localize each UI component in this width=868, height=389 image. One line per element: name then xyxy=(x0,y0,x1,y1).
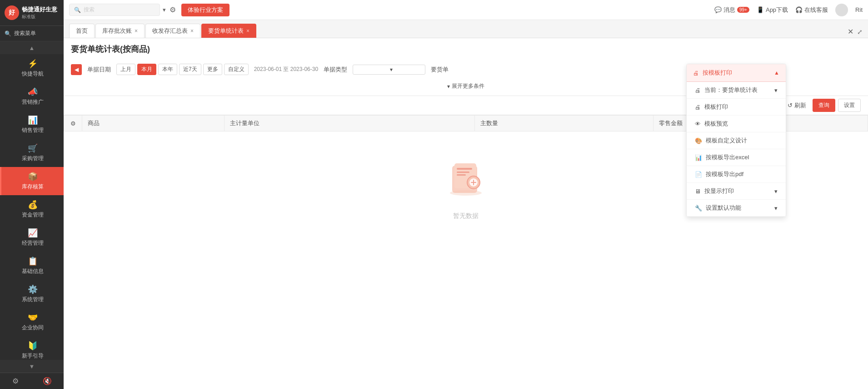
topbar-industry-btn[interactable]: 体验行业方案 xyxy=(181,4,229,16)
dropdown-export-excel[interactable]: 📊 按模板导出excel xyxy=(687,149,786,166)
app-logo-text: 畅捷通好生意 标准版 xyxy=(22,5,57,20)
sidebar-item-guide[interactable]: 🔰 新手引导 xyxy=(0,336,64,360)
display-print-label: 按显示打印 xyxy=(704,187,734,195)
topbar-username[interactable]: Rit xyxy=(855,6,863,13)
template-print-icon: 🖨 xyxy=(695,104,701,111)
tabs-close-all-btn[interactable]: ✕ xyxy=(848,27,853,36)
tabs-expand-btn[interactable]: ⤢ xyxy=(857,28,863,35)
tab-order-stats-close[interactable]: × xyxy=(246,28,249,34)
set-default-label: 设置默认功能 xyxy=(706,204,741,212)
tab-home[interactable]: 首页 xyxy=(69,24,95,38)
sound-footer-btn[interactable]: 🔇 xyxy=(43,377,52,385)
refresh-btn[interactable]: ↺ 刷新 xyxy=(784,100,810,111)
col-settings[interactable]: ⚙ xyxy=(64,116,82,131)
sidebar-footer: ⚙ 🔇 xyxy=(0,373,64,389)
search-icon: 🔍 xyxy=(5,30,11,37)
finance-icon: 💰 xyxy=(28,200,38,210)
dropdown-current-label: 当前：要货单统计表 xyxy=(704,86,758,94)
template-preview-label: 模板预览 xyxy=(704,120,728,128)
topbar: 🔍 搜索 ▾ ⚙ 体验行业方案 💬 消息 99+ 📱 App下载 🎧 在线客服 … xyxy=(64,0,868,20)
sidebar-item-inventory[interactable]: 📦 库存核算 xyxy=(0,167,64,195)
date-btn-prev-month[interactable]: 上月 xyxy=(116,64,135,75)
settings-btn[interactable]: 设置 xyxy=(838,99,861,112)
headset-icon: 🎧 xyxy=(795,6,803,13)
operations-icon: 📈 xyxy=(28,228,38,238)
messages-label: 消息 xyxy=(723,6,735,14)
template-print-label: 模板打印 xyxy=(704,103,728,111)
sidebar-item-marketing[interactable]: 📣 营销推广 xyxy=(0,82,64,111)
sidebar-scroll-up[interactable]: ▲ xyxy=(0,41,64,54)
app-logo-icon: 好 xyxy=(5,5,19,20)
set-default-arrow: ▾ xyxy=(774,205,778,212)
set-default-icon: 🔧 xyxy=(695,205,702,212)
topbar-online-service[interactable]: 🎧 在线客服 xyxy=(795,6,828,14)
date-btn-last-7-days[interactable]: 近7天 xyxy=(179,64,201,75)
expand-more-btn[interactable]: ▾ 展开更多条件 xyxy=(442,81,490,92)
date-filter-label: 单据日期 xyxy=(87,66,111,74)
date-btn-this-month[interactable]: 本月 xyxy=(137,64,156,75)
app-name: 畅捷通好生意 xyxy=(22,5,57,14)
page-title: 要货单统计表(按商品) xyxy=(71,44,861,55)
dropdown-export-pdf[interactable]: 📄 按模板导出pdf xyxy=(687,166,786,183)
sidebar-item-operations[interactable]: 📈 经营管理 xyxy=(0,223,64,252)
topbar-messages[interactable]: 💬 消息 99+ xyxy=(714,6,749,14)
svg-rect-3 xyxy=(457,168,472,170)
filter-collapse-btn[interactable]: ◀ xyxy=(71,64,82,75)
date-btn-more[interactable]: 更多 xyxy=(203,64,222,75)
sidebar-search-label: 搜索菜单 xyxy=(14,30,36,37)
tab-receipt-summary-label: 收发存汇总表 xyxy=(152,27,188,35)
dropdown-template-custom[interactable]: 🎨 模板自定义设计 xyxy=(687,132,786,149)
sidebar-item-basics[interactable]: 📋 基础信息 xyxy=(0,252,64,280)
topbar-gear-icon[interactable]: ⚙ xyxy=(170,5,176,14)
sidebar-item-label: 经营管理 xyxy=(22,239,44,247)
topbar-dropdown-arrow[interactable]: ▾ xyxy=(163,6,166,13)
tab-batch-account[interactable]: 库存批次账 × xyxy=(95,24,145,38)
refresh-label: 刷新 xyxy=(794,101,806,110)
order-type-select[interactable]: ▾ xyxy=(353,65,425,75)
tab-receipt-summary-close[interactable]: × xyxy=(190,28,194,34)
topbar-search-box[interactable]: 🔍 搜索 xyxy=(69,4,160,16)
topbar-avatar[interactable] xyxy=(835,4,848,16)
dropdown-set-default[interactable]: 🔧 设置默认功能 ▾ xyxy=(687,200,786,217)
dropdown-display-print[interactable]: 🖥 按显示打印 ▾ xyxy=(687,183,786,200)
sidebar-item-label: 采购管理 xyxy=(22,155,44,162)
app-edition: 标准版 xyxy=(22,14,57,20)
dropdown-header[interactable]: 🖨 按模板打印 ▲ xyxy=(687,64,786,82)
dropdown-template-preview[interactable]: 👁 模板预览 xyxy=(687,116,786,132)
date-range-text: 2023-06-01 至 2023-06-30 xyxy=(254,66,318,73)
sidebar-search[interactable]: 🔍 搜索菜单 xyxy=(0,26,64,41)
sidebar-item-label: 快捷导航 xyxy=(22,70,44,78)
tab-home-label: 首页 xyxy=(76,27,88,35)
tab-batch-account-close[interactable]: × xyxy=(135,28,138,34)
dropdown-template-print[interactable]: 🖨 模板打印 xyxy=(687,99,786,116)
sidebar-item-quick-nav[interactable]: ⚡ 快捷导航 xyxy=(0,54,64,82)
tab-receipt-summary[interactable]: 收发存汇总表 × xyxy=(145,24,200,38)
topbar-app-download[interactable]: 📱 App下载 xyxy=(757,6,788,14)
sidebar-item-enterprise[interactable]: 🤝 企业协同 xyxy=(0,308,64,336)
dropdown-doc-icon: 🖨 xyxy=(695,87,701,94)
sidebar-item-label: 企业协同 xyxy=(22,324,44,332)
settings-label: 设置 xyxy=(844,101,855,109)
settings-footer-btn[interactable]: ⚙ xyxy=(12,377,19,385)
export-pdf-label: 按模板导出pdf xyxy=(706,170,743,178)
sidebar-item-purchase[interactable]: 🛒 采购管理 xyxy=(0,139,64,167)
date-btn-custom[interactable]: 自定义 xyxy=(224,64,249,75)
basics-icon: 📋 xyxy=(28,256,38,266)
sidebar-nav: ⚡ 快捷导航 📣 营销推广 📊 销售管理 🛒 采购管理 📦 库存核算 💰 资金管… xyxy=(0,54,64,360)
sidebar-item-system[interactable]: ⚙️ 系统管理 xyxy=(0,280,64,308)
sidebar-scroll-down[interactable]: ▼ xyxy=(0,360,64,373)
order-type-label: 单据类型 xyxy=(324,66,347,74)
tab-order-stats[interactable]: 要货单统计表 × xyxy=(201,24,256,38)
date-btn-this-year[interactable]: 本年 xyxy=(158,64,177,75)
dropdown-print-icon: 🖨 xyxy=(693,70,699,76)
template-custom-icon: 🎨 xyxy=(695,137,702,144)
export-pdf-icon: 📄 xyxy=(695,171,702,178)
query-btn[interactable]: 查询 xyxy=(813,99,835,112)
sidebar-item-finance[interactable]: 💰 资金管理 xyxy=(0,195,64,223)
sidebar-item-label: 基础信息 xyxy=(22,268,44,275)
dropdown-header-collapse-icon: ▲ xyxy=(774,70,779,76)
empty-icon xyxy=(443,159,489,207)
sidebar-item-sales[interactable]: 📊 销售管理 xyxy=(0,111,64,139)
dropdown-current-arrow: ▾ xyxy=(774,87,778,94)
dropdown-current-item[interactable]: 🖨 当前：要货单统计表 ▾ xyxy=(687,82,786,99)
